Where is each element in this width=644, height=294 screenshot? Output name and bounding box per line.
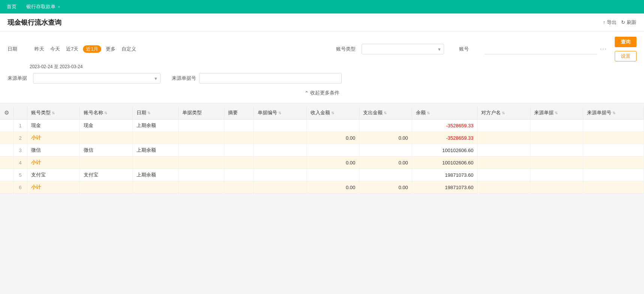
table-row: 5支付宝支付宝上期余额19871073.60: [0, 169, 644, 181]
row-number: 2: [14, 132, 27, 144]
row-doc-no: [254, 169, 306, 181]
row-income: [306, 119, 359, 132]
row-income: [306, 144, 359, 157]
col-header-doc_no[interactable]: 单据编号⇅: [254, 106, 306, 119]
col-header-expense[interactable]: 支出金额⇅: [359, 106, 412, 119]
source-doc-no-field[interactable]: [203, 76, 338, 81]
account-type-select[interactable]: ▾: [362, 44, 444, 54]
sort-icon: ⇅: [384, 111, 387, 115]
filter-row-date: 日期 昨天今天近7天近1月更多自定义 账号类型 ▾ 账号 ··· 查询 设置: [8, 37, 636, 61]
top-nav: 首页 收款单×付款单×其他收入单×应收应付调整单×银行存取款单×预收冲应收单×收…: [0, 0, 644, 13]
sort-icon: ⇅: [612, 111, 615, 115]
row-source-doc-no: [583, 181, 644, 194]
row-account-name: 支付宝: [80, 169, 133, 181]
source-doc-no-section: 来源单据号: [172, 73, 342, 84]
date-label: 日期: [8, 46, 30, 52]
row-account-name: [80, 181, 133, 194]
col-header-counterpart[interactable]: 对方户名⇅: [477, 106, 530, 119]
row-source-doc: [530, 169, 583, 181]
filter-area: 日期 昨天今天近7天近1月更多自定义 账号类型 ▾ 账号 ··· 查询 设置: [0, 31, 644, 103]
col-header-balance[interactable]: 余额⇅: [412, 106, 477, 119]
row-account-type: 微信: [27, 144, 80, 157]
row-account-name: 现金: [80, 119, 133, 132]
row-account-name: 微信: [80, 144, 133, 157]
settings-column-header[interactable]: ⚙: [0, 106, 14, 119]
settings-button[interactable]: 设置: [615, 51, 636, 61]
date-shortcut-1month[interactable]: 近1月: [83, 45, 101, 53]
row-account-type: 小计: [27, 157, 80, 169]
row-summary: [224, 181, 254, 194]
source-doc-no-input[interactable]: [199, 73, 342, 84]
row-doc-type: [179, 144, 224, 157]
sort-icon: ⇅: [331, 111, 334, 115]
close-icon[interactable]: ×: [58, 4, 60, 9]
row-source-doc: [530, 157, 583, 169]
action-buttons: 查询 设置: [615, 37, 636, 61]
date-shortcut-more[interactable]: 更多: [104, 45, 117, 53]
row-counterpart: [477, 119, 530, 132]
sort-icon: ⇅: [278, 111, 281, 115]
row-expense: [359, 169, 412, 181]
date-range-display: 2023-02-24 至 2023-03-24: [30, 64, 83, 69]
row-date: 上期余额: [132, 144, 178, 157]
date-shortcut-custom[interactable]: 自定义: [120, 45, 138, 53]
row-account-type: 支付宝: [27, 169, 80, 181]
row-balance: 100102606.60: [412, 144, 477, 157]
account-section: 账号 ···: [459, 44, 607, 54]
data-table: ⚙账号类型⇅账号名称⇅日期⇅单据类型摘要单据编号⇅收入金额⇅支出金额⇅余额⇅对方…: [0, 106, 644, 194]
date-filter-section: 日期 昨天今天近7天近1月更多自定义: [8, 45, 141, 53]
nav-tab-yinhang[interactable]: 银行存取款单×: [22, 0, 74, 13]
chevron-down-icon: ▾: [438, 46, 441, 52]
row-summary: [224, 132, 254, 144]
row-summary: [224, 144, 254, 157]
row-account-type: 现金: [27, 119, 80, 132]
row-counterpart: [477, 132, 530, 144]
row-account-name: [80, 132, 133, 144]
sort-icon: ⇅: [555, 111, 558, 115]
row-source-doc: [530, 132, 583, 144]
nav-home[interactable]: 首页: [2, 0, 22, 13]
refresh-button[interactable]: ↻ 刷新: [621, 19, 636, 26]
col-header-source_doc_no[interactable]: 来源单据号⇅: [583, 106, 644, 119]
row-doc-type: [179, 132, 224, 144]
row-gear-cell: [0, 157, 14, 169]
row-income: [306, 169, 359, 181]
col-header-account_type[interactable]: 账号类型⇅: [27, 106, 80, 119]
collapse-bar[interactable]: ⌃ 收起更多条件: [8, 87, 636, 99]
row-number: 1: [14, 119, 27, 132]
row-summary: [224, 169, 254, 181]
row-doc-no: [254, 157, 306, 169]
row-source-doc-no: [583, 119, 644, 132]
col-header-income[interactable]: 收入金额⇅: [306, 106, 359, 119]
gear-icon[interactable]: ⚙: [4, 109, 9, 116]
date-shortcuts: 昨天今天近7天近1月更多自定义: [33, 45, 138, 53]
table-row: 4小计0.000.00100102606.60: [0, 157, 644, 169]
row-source-doc: [530, 119, 583, 132]
row-date: [132, 132, 178, 144]
row-gear-cell: [0, 132, 14, 144]
source-doc-select[interactable]: ▾: [33, 73, 161, 84]
row-doc-no: [254, 144, 306, 157]
col-header-source_doc[interactable]: 来源单据⇅: [530, 106, 583, 119]
collapse-label: 收起更多条件: [310, 90, 339, 96]
date-shortcut-today[interactable]: 今天: [49, 45, 62, 53]
row-doc-no: [254, 132, 306, 144]
row-doc-type: [179, 157, 224, 169]
col-header-date[interactable]: 日期⇅: [132, 106, 178, 119]
row-expense: 0.00: [359, 132, 412, 144]
date-shortcut-yesterday[interactable]: 昨天: [33, 45, 46, 53]
date-shortcut-7days[interactable]: 近7天: [65, 45, 80, 53]
row-gear-cell: [0, 169, 14, 181]
account-type-section: 账号类型 ▾: [336, 44, 444, 54]
account-input-wrap: [485, 44, 597, 54]
row-income: 0.00: [306, 132, 359, 144]
row-source-doc-no: [583, 169, 644, 181]
export-button[interactable]: ↑ 导出: [603, 19, 617, 26]
row-gear-cell: [0, 119, 14, 132]
row-number: 3: [14, 144, 27, 157]
query-button[interactable]: 查询: [615, 37, 636, 47]
col-header-account_name[interactable]: 账号名称⇅: [80, 106, 133, 119]
account-dots-button[interactable]: ···: [600, 46, 607, 52]
row-gear-cell: [0, 144, 14, 157]
row-number: 5: [14, 169, 27, 181]
